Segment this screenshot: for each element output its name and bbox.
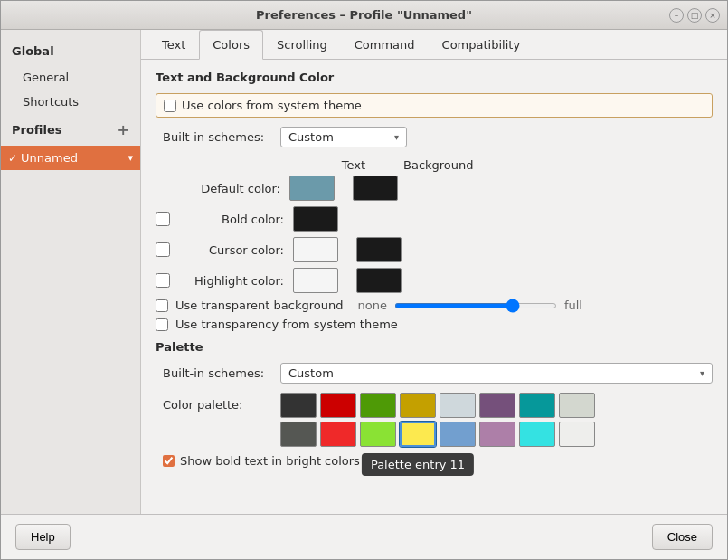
built-in-schemes-row: Built-in schemes: Custom ▾ xyxy=(156,127,713,147)
palette-section: Palette Built-in schemes: Custom ▾ Color… xyxy=(156,340,713,468)
palette-schemes-label: Built-in schemes: xyxy=(163,366,271,380)
palette-schemes-select[interactable]: Custom ▾ xyxy=(280,363,713,384)
built-in-schemes-value: Custom xyxy=(288,130,334,144)
show-bold-row: Show bold text in bright colors xyxy=(156,454,713,468)
sidebar: Global General Shortcuts Profiles + ✓ Un… xyxy=(1,30,141,514)
built-in-schemes-label: Built-in schemes: xyxy=(163,130,271,144)
palette-swatch-7[interactable] xyxy=(559,393,595,418)
sidebar-item-shortcuts[interactable]: Shortcuts xyxy=(1,90,140,114)
highlight-bg-color-swatch[interactable] xyxy=(356,268,402,293)
palette-swatch-11[interactable]: Palette entry 11 xyxy=(400,422,436,447)
palette-section-title: Palette xyxy=(156,340,713,354)
palette-schemes-row: Built-in schemes: Custom ▾ xyxy=(156,363,713,384)
bold-color-label: Bold color: xyxy=(175,213,293,226)
system-transparency-row: Use transparency from system theme xyxy=(156,318,713,331)
color-palette-row: Color palette: xyxy=(156,393,713,447)
titlebar: Preferences – Profile "Unnamed" – □ × xyxy=(1,1,727,30)
palette-swatch-2[interactable] xyxy=(360,393,396,418)
cursor-text-color-swatch[interactable] xyxy=(293,237,338,262)
bold-text-color-swatch[interactable] xyxy=(293,206,338,232)
cursor-bg-color-swatch[interactable] xyxy=(356,237,402,262)
palette-row-2: Palette entry 11 xyxy=(280,422,595,447)
tab-text[interactable]: Text xyxy=(148,30,199,60)
profile-arrow-icon: ▾ xyxy=(128,152,133,164)
palette-swatch-14[interactable] xyxy=(519,422,555,447)
default-bg-color-swatch[interactable] xyxy=(353,176,398,201)
close-button[interactable]: × xyxy=(705,8,720,23)
tab-compatibility[interactable]: Compatibility xyxy=(429,30,534,60)
transparent-bg-label: Use transparent background xyxy=(175,299,343,312)
col-header-background: Background xyxy=(403,158,474,172)
profile-check-icon: ✓ xyxy=(8,152,17,165)
tab-bar: Text Colors Scrolling Command Compatibil… xyxy=(141,30,727,60)
sidebar-global-heading: Global xyxy=(1,37,140,65)
palette-grid: Palette entry 11 xyxy=(280,393,595,447)
highlight-color-label: Highlight color: xyxy=(175,274,293,288)
palette-swatch-5[interactable] xyxy=(479,393,515,418)
palette-swatch-8[interactable] xyxy=(280,422,317,447)
default-color-label: Default color: xyxy=(156,182,289,195)
highlight-color-row: Highlight color: xyxy=(156,268,713,293)
sidebar-profiles-heading: Profiles + xyxy=(1,114,140,146)
default-text-color-swatch[interactable] xyxy=(289,176,335,201)
system-transparency-label: Use transparency from system theme xyxy=(175,318,398,331)
built-in-schemes-select[interactable]: Custom ▾ xyxy=(280,127,407,147)
sidebar-profile-unnamed[interactable]: ✓ Unnamed ▾ xyxy=(1,146,140,170)
palette-swatch-6[interactable] xyxy=(519,393,555,418)
palette-swatch-10[interactable] xyxy=(360,422,396,447)
palette-swatch-13[interactable] xyxy=(479,422,515,447)
sidebar-bottom xyxy=(1,170,140,514)
default-color-row: Default color: xyxy=(156,176,713,201)
palette-swatch-9[interactable] xyxy=(320,422,356,447)
cursor-color-label: Cursor color: xyxy=(175,243,293,257)
sidebar-item-general[interactable]: General xyxy=(1,65,140,90)
sidebar-profiles-label: Profiles xyxy=(12,123,62,137)
color-col-headers: Text Background xyxy=(156,158,713,172)
profile-name-label: Unnamed xyxy=(21,151,128,165)
palette-swatch-12[interactable] xyxy=(440,422,476,447)
colors-panel: Text and Background Color Use colors fro… xyxy=(141,60,727,514)
scheme-select-arrow-icon: ▾ xyxy=(394,132,399,142)
bold-color-row: Bold color: xyxy=(156,206,713,232)
highlight-color-checkbox[interactable] xyxy=(156,273,170,288)
transparency-slider[interactable] xyxy=(394,303,557,308)
palette-swatch-4[interactable] xyxy=(440,393,476,418)
col-header-text: Text xyxy=(331,158,376,172)
transparent-bg-checkbox[interactable] xyxy=(156,299,168,312)
palette-schemes-value: Custom xyxy=(288,366,334,380)
content-area: Text Colors Scrolling Command Compatibil… xyxy=(141,30,727,514)
bold-color-checkbox[interactable] xyxy=(156,212,170,226)
titlebar-buttons: – □ × xyxy=(669,8,720,23)
palette-scheme-arrow-icon: ▾ xyxy=(700,368,704,378)
window-title: Preferences – Profile "Unnamed" xyxy=(256,8,472,22)
show-bold-label: Show bold text in bright colors xyxy=(180,454,360,468)
main-content: Global General Shortcuts Profiles + ✓ Un… xyxy=(1,30,727,514)
show-bold-checkbox[interactable] xyxy=(163,455,175,467)
close-button[interactable]: Close xyxy=(652,524,713,550)
transparent-bg-row: Use transparent background none full xyxy=(156,299,713,312)
transparent-none-label: none xyxy=(357,299,386,312)
palette-swatch-1[interactable] xyxy=(320,393,356,418)
cursor-color-checkbox[interactable] xyxy=(156,242,170,257)
minimize-button[interactable]: – xyxy=(669,8,684,23)
transparent-full-label: full xyxy=(564,299,582,312)
add-profile-button[interactable]: + xyxy=(118,121,129,138)
tab-colors[interactable]: Colors xyxy=(199,30,263,60)
use-system-colors-row: Use colors from system theme xyxy=(156,93,713,118)
text-bg-color-title: Text and Background Color xyxy=(156,71,713,84)
help-button[interactable]: Help xyxy=(15,524,71,550)
palette-swatch-3[interactable] xyxy=(400,393,436,418)
transparency-slider-container: none full xyxy=(357,299,581,312)
highlight-text-color-swatch[interactable] xyxy=(293,268,338,293)
cursor-color-row: Cursor color: xyxy=(156,237,713,262)
system-transparency-checkbox[interactable] xyxy=(156,318,168,331)
use-system-colors-checkbox[interactable] xyxy=(164,100,176,112)
maximize-button[interactable]: □ xyxy=(687,8,702,23)
palette-swatch-0[interactable] xyxy=(280,393,317,418)
color-palette-label: Color palette: xyxy=(163,393,271,412)
tab-scrolling[interactable]: Scrolling xyxy=(263,30,341,60)
main-window: Preferences – Profile "Unnamed" – □ × Gl… xyxy=(0,0,728,560)
use-system-colors-label: Use colors from system theme xyxy=(182,99,362,112)
palette-swatch-15[interactable] xyxy=(559,422,595,447)
tab-command[interactable]: Command xyxy=(341,30,429,60)
